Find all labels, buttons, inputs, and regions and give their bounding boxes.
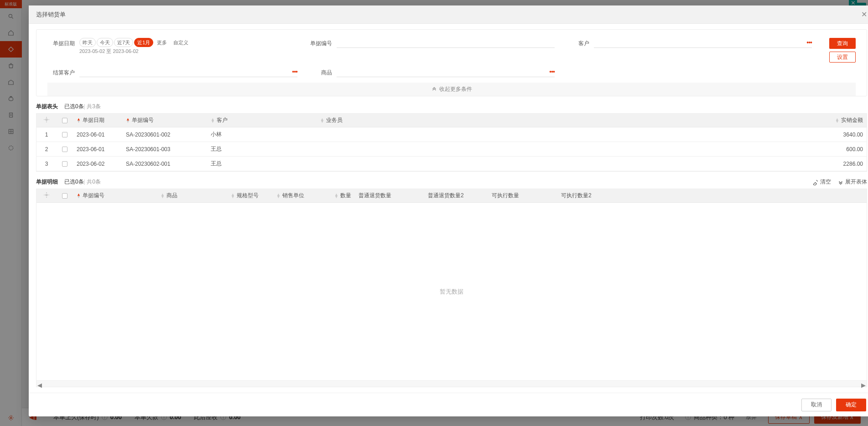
cell-customer: 小林 — [207, 131, 317, 138]
product-more-icon[interactable]: ••• — [549, 68, 555, 75]
col-customer[interactable]: ▲▼客户 — [207, 116, 317, 124]
header-section-title: 单据表头 已选0条 共3条 — [36, 103, 867, 110]
cell-date: 2023-06-01 — [73, 131, 122, 138]
cell-no: SA-20230602-001 — [122, 161, 207, 167]
settings-button[interactable]: 设置 — [829, 52, 856, 63]
date-preset-1month[interactable]: 近1月 — [134, 38, 153, 47]
detail-table-head: ▲▼单据编号 ▲▼商品 ▲▼规格型号 ▲▼销售单位 ▲▼数量 普通退货数量 普通… — [36, 189, 867, 203]
filter-panel: 单据日期 昨天 今天 近7天 近1月 更多 自定义 2023-05-02 至 2… — [36, 29, 867, 96]
detail-empty-state: 暂无数据 — [36, 203, 867, 380]
row-checkbox[interactable] — [62, 132, 68, 137]
table-row[interactable]: 32023-06-02SA-20230602-001王总2286.00 — [36, 157, 867, 171]
cell-no: SA-20230601-002 — [122, 131, 207, 138]
customer-input[interactable] — [594, 38, 812, 48]
cell-date: 2023-06-01 — [73, 146, 122, 153]
cell-amount: 2286.00 — [823, 161, 867, 167]
select-sales-order-modal: 选择销货单 ✕ 单据日期 昨天 今天 近7天 近1月 更多 自定义 — [29, 5, 868, 416]
scroll-left-icon: ◀ — [37, 382, 42, 386]
table-row[interactable]: 12023-06-01SA-20230601-002小林3640.00 — [36, 127, 867, 142]
cell-amount: 3640.00 — [823, 131, 867, 138]
table-row[interactable]: 22023-06-01SA-20230601-003王总600.00 — [36, 142, 867, 157]
col-no[interactable]: ▲▼单据编号 — [122, 116, 207, 124]
modal-title: 选择销货单 — [36, 11, 66, 19]
dcol-product[interactable]: ▲▼商品 — [157, 192, 227, 200]
modal-header: 选择销货单 ✕ — [29, 5, 868, 24]
svg-point-9 — [46, 194, 47, 196]
settlement-input[interactable] — [79, 67, 297, 77]
date-preset-7days[interactable]: 近7天 — [114, 38, 133, 47]
date-preset-today[interactable]: 今天 — [97, 38, 113, 47]
confirm-button[interactable]: 确定 — [836, 399, 866, 411]
scroll-right-icon: ▶ — [861, 382, 866, 386]
gear-icon — [43, 192, 50, 198]
date-range-display: 2023-05-02 至 2023-06-02 — [79, 48, 297, 55]
row-checkbox[interactable] — [62, 147, 68, 152]
cell-customer: 王总 — [207, 145, 317, 153]
header-table: ▲▼单据日期 ▲▼单据编号 ▲▼客户 ▲▼业务员 ▲▼实销金额 12023-06… — [36, 113, 867, 172]
modal-close-button[interactable]: ✕ — [861, 10, 867, 19]
doc-no-input[interactable] — [337, 38, 555, 48]
expand-icon — [837, 179, 844, 185]
date-preset-custom[interactable]: 自定义 — [171, 38, 191, 47]
cell-date: 2023-06-02 — [73, 161, 122, 167]
filter-settlement-customer: 结算客户 ••• — [47, 67, 297, 77]
broom-icon — [812, 179, 819, 185]
header-select-all-checkbox[interactable] — [62, 118, 68, 123]
cell-amount: 600.00 — [823, 146, 867, 153]
collapse-filters-toggle[interactable]: 收起更多条件 — [47, 83, 856, 96]
dcol-return[interactable]: 普通退货数量 — [355, 192, 424, 200]
row-checkbox[interactable] — [62, 161, 68, 167]
detail-select-all-checkbox[interactable] — [62, 193, 68, 199]
row-index: 2 — [36, 146, 57, 153]
detail-table: ▲▼单据编号 ▲▼商品 ▲▼规格型号 ▲▼销售单位 ▲▼数量 普通退货数量 普通… — [36, 189, 867, 387]
query-button[interactable]: 查询 — [829, 38, 856, 49]
filter-customer: 客户 ••• — [562, 38, 812, 48]
cell-customer: 王总 — [207, 160, 317, 168]
dcol-exec2[interactable]: 可执行数量2 — [557, 192, 627, 200]
filter-date: 单据日期 昨天 今天 近7天 近1月 更多 自定义 2023-05-02 至 2… — [47, 38, 297, 55]
chevron-up-icon — [431, 86, 437, 93]
row-index: 3 — [36, 161, 57, 167]
gear-icon — [43, 116, 50, 123]
col-date[interactable]: ▲▼单据日期 — [73, 116, 122, 124]
date-preset-more[interactable]: 更多 — [154, 38, 170, 47]
dcol-no[interactable]: ▲▼单据编号 — [73, 192, 157, 200]
dcol-exec[interactable]: 可执行数量 — [488, 192, 557, 200]
dcol-spec[interactable]: ▲▼规格型号 — [227, 192, 273, 200]
dcol-qty[interactable]: ▲▼数量 — [309, 192, 355, 200]
modal-footer: 取消 确定 — [29, 393, 868, 416]
expand-detail-button[interactable]: 展开表体 — [837, 178, 867, 186]
row-index: 1 — [36, 131, 57, 138]
detail-section-title: 单据明细 已选0条 共0条 清空 展开表体 — [36, 178, 867, 186]
cancel-button[interactable]: 取消 — [801, 399, 832, 411]
header-table-head: ▲▼单据日期 ▲▼单据编号 ▲▼客户 ▲▼业务员 ▲▼实销金额 — [36, 114, 867, 127]
customer-more-icon[interactable]: ••• — [806, 39, 812, 46]
settlement-more-icon[interactable]: ••• — [292, 68, 297, 75]
col-amount[interactable]: ▲▼实销金额 — [823, 116, 867, 124]
filter-product: 商品 ••• — [305, 67, 555, 77]
dcol-return2[interactable]: 普通退货数量2 — [424, 192, 488, 200]
cell-no: SA-20230601-003 — [122, 146, 207, 153]
header-gear-icon[interactable] — [43, 116, 50, 124]
date-preset-yesterday[interactable]: 昨天 — [79, 38, 96, 47]
detail-gear-icon[interactable] — [43, 192, 50, 200]
svg-point-8 — [46, 119, 47, 121]
detail-hscrollbar[interactable]: ◀ ▶ — [36, 380, 867, 387]
clear-detail-button[interactable]: 清空 — [812, 178, 831, 186]
col-salesperson[interactable]: ▲▼业务员 — [317, 116, 367, 124]
product-input[interactable] — [337, 67, 555, 77]
filter-doc-no: 单据编号 — [305, 38, 555, 48]
dcol-unit[interactable]: ▲▼销售单位 — [273, 192, 309, 200]
